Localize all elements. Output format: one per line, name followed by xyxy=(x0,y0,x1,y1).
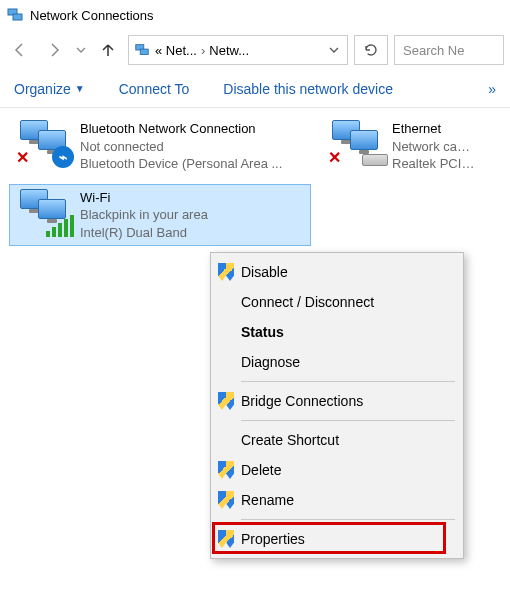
connection-name: Ethernet xyxy=(392,120,476,138)
context-menu-item-connect-disconnect[interactable]: Connect / Disconnect xyxy=(241,287,463,317)
uac-shield-icon xyxy=(218,530,234,548)
context-menu-item-icon xyxy=(211,287,241,317)
breadcrumb-root[interactable]: « Net... xyxy=(155,43,197,58)
connection-item-ethernet[interactable]: ✕ Ethernet Network cable u Realtek PCIe … xyxy=(322,116,482,177)
toolbar-organize-label: Organize xyxy=(14,81,71,97)
up-button[interactable] xyxy=(94,36,122,64)
context-menu-item-create-shortcut[interactable]: Create Shortcut xyxy=(241,425,463,455)
context-menu-item-icon xyxy=(211,386,241,416)
context-menu-item-properties[interactable]: Properties xyxy=(241,524,463,554)
toolbar-connect-to-label: Connect To xyxy=(119,81,190,97)
wifi-adapter-icon xyxy=(16,189,72,235)
toolbar-disable-label: Disable this network device xyxy=(223,81,393,97)
uac-shield-icon xyxy=(218,461,234,479)
connection-status: Not connected xyxy=(80,138,282,156)
ethernet-plug-icon xyxy=(362,154,388,166)
connection-status: Blackpink in your area xyxy=(80,206,208,224)
recent-locations-dropdown[interactable] xyxy=(74,36,88,64)
chevron-down-icon: ▼ xyxy=(75,83,85,94)
context-menu-separator xyxy=(241,519,455,520)
context-menu-item-icon xyxy=(211,524,241,554)
context-menu-separator xyxy=(241,420,455,421)
context-menu-item-icon xyxy=(211,257,241,287)
address-history-dropdown[interactable] xyxy=(325,43,343,58)
search-input[interactable]: Search Ne xyxy=(394,35,504,65)
svg-rect-1 xyxy=(13,14,22,20)
connection-name: Bluetooth Network Connection xyxy=(80,120,282,138)
context-menu-item-diagnose[interactable]: Diagnose xyxy=(241,347,463,377)
connection-item-wifi[interactable]: Wi-Fi Blackpink in your area Intel(R) Du… xyxy=(10,185,310,246)
context-menu-item-disable[interactable]: Disable xyxy=(241,257,463,287)
disconnected-x-icon: ✕ xyxy=(328,150,344,166)
context-menu-item-icon xyxy=(211,317,241,347)
context-menu: DisableConnect / DisconnectStatusDiagnos… xyxy=(210,252,464,559)
bluetooth-badge-icon: ⌁ xyxy=(52,146,74,168)
breadcrumb-current[interactable]: Netw... xyxy=(209,43,249,58)
toolbar-organize[interactable]: Organize ▼ xyxy=(14,81,85,97)
context-menu-item-icon xyxy=(211,425,241,455)
wifi-signal-icon xyxy=(46,215,74,237)
window-icon xyxy=(6,6,24,24)
connection-device: Bluetooth Device (Personal Area ... xyxy=(80,155,282,173)
context-menu-item-delete[interactable]: Delete xyxy=(241,455,463,485)
ethernet-adapter-icon: ✕ xyxy=(328,120,384,166)
uac-shield-icon xyxy=(218,491,234,509)
context-menu-item-bridge-connections[interactable]: Bridge Connections xyxy=(241,386,463,416)
forward-button[interactable] xyxy=(40,36,68,64)
window-title: Network Connections xyxy=(30,8,154,23)
toolbar-disable-device[interactable]: Disable this network device xyxy=(223,81,393,97)
connection-device: Intel(R) Dual Band xyxy=(80,224,208,242)
search-placeholder: Search Ne xyxy=(403,43,464,58)
connection-device: Realtek PCIe Gb xyxy=(392,155,476,173)
toolbar-overflow[interactable]: » xyxy=(488,81,496,97)
address-bar[interactable]: « Net... › Netw... xyxy=(128,35,348,65)
toolbar-connect-to[interactable]: Connect To xyxy=(119,81,190,97)
connection-item-bluetooth[interactable]: ✕ ⌁ Bluetooth Network Connection Not con… xyxy=(10,116,310,177)
address-icon xyxy=(133,41,151,59)
uac-shield-icon xyxy=(218,392,234,410)
disconnected-x-icon: ✕ xyxy=(16,150,32,166)
context-menu-item-icon xyxy=(211,347,241,377)
context-menu-item-icon xyxy=(211,455,241,485)
connection-status: Network cable u xyxy=(392,138,476,156)
context-menu-item-icon xyxy=(211,485,241,515)
connection-name: Wi-Fi xyxy=(80,189,208,207)
chevron-right-icon: › xyxy=(201,43,205,58)
bluetooth-adapter-icon: ✕ ⌁ xyxy=(16,120,72,166)
context-menu-item-rename[interactable]: Rename xyxy=(241,485,463,515)
back-button[interactable] xyxy=(6,36,34,64)
refresh-button[interactable] xyxy=(354,35,388,65)
uac-shield-icon xyxy=(218,263,234,281)
toolbar-overflow-label: » xyxy=(488,81,496,97)
context-menu-separator xyxy=(241,381,455,382)
svg-rect-3 xyxy=(140,49,148,54)
context-menu-item-status[interactable]: Status xyxy=(241,317,463,347)
